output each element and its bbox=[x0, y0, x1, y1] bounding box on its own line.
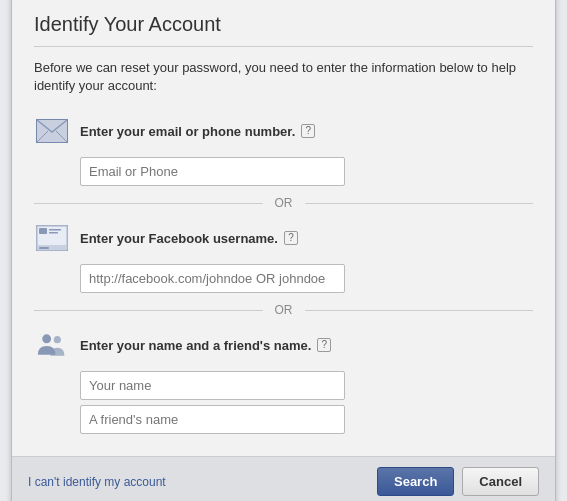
name-icon-box bbox=[34, 327, 70, 363]
svg-point-10 bbox=[42, 335, 51, 344]
identify-account-dialog: Identify Your Account Before we can rese… bbox=[11, 0, 556, 501]
svg-rect-7 bbox=[49, 229, 61, 231]
people-icon bbox=[36, 330, 68, 360]
or-line-left-2 bbox=[34, 310, 263, 311]
svg-rect-8 bbox=[49, 232, 58, 234]
username-section-label: Enter your Facebook username. bbox=[80, 231, 278, 246]
username-icon bbox=[36, 225, 68, 251]
or-label-2: OR bbox=[263, 303, 305, 317]
your-name-input[interactable] bbox=[80, 371, 345, 400]
name-section-label: Enter your name and a friend's name. bbox=[80, 338, 311, 353]
email-help-link[interactable]: ? bbox=[301, 124, 315, 138]
or-line-left-1 bbox=[34, 203, 263, 204]
name-section: Enter your name and a friend's name. ? bbox=[34, 327, 533, 434]
or-divider-1: OR bbox=[34, 196, 533, 210]
email-icon bbox=[36, 119, 68, 143]
username-section: Enter your Facebook username. ? bbox=[34, 220, 533, 293]
title-divider bbox=[34, 46, 533, 47]
svg-point-11 bbox=[54, 336, 61, 343]
svg-rect-6 bbox=[39, 228, 47, 234]
dialog-body: Identify Your Account Before we can rese… bbox=[12, 0, 555, 456]
email-icon-box bbox=[34, 113, 70, 149]
email-section-label: Enter your email or phone number. bbox=[80, 124, 295, 139]
or-line-right-2 bbox=[305, 310, 534, 311]
or-line-right-1 bbox=[305, 203, 534, 204]
cant-identify-link[interactable]: I can't identify my account bbox=[28, 475, 166, 489]
name-section-header: Enter your name and a friend's name. ? bbox=[34, 327, 533, 363]
dialog-title: Identify Your Account bbox=[34, 13, 533, 36]
email-section-header: Enter your email or phone number. ? bbox=[34, 113, 533, 149]
search-button[interactable]: Search bbox=[377, 467, 454, 496]
description-text: Before we can reset your password, you n… bbox=[34, 59, 533, 95]
username-help-link[interactable]: ? bbox=[284, 231, 298, 245]
username-icon-box bbox=[34, 220, 70, 256]
username-section-header: Enter your Facebook username. ? bbox=[34, 220, 533, 256]
or-label-1: OR bbox=[263, 196, 305, 210]
or-divider-2: OR bbox=[34, 303, 533, 317]
cancel-button[interactable]: Cancel bbox=[462, 467, 539, 496]
footer-buttons: Search Cancel bbox=[377, 467, 539, 496]
dialog-footer: I can't identify my account Search Cance… bbox=[12, 456, 555, 501]
friend-name-input[interactable] bbox=[80, 405, 345, 434]
name-help-link[interactable]: ? bbox=[317, 338, 331, 352]
email-input[interactable] bbox=[80, 157, 345, 186]
email-section: Enter your email or phone number. ? bbox=[34, 113, 533, 186]
svg-rect-9 bbox=[39, 247, 49, 249]
username-input[interactable] bbox=[80, 264, 345, 293]
